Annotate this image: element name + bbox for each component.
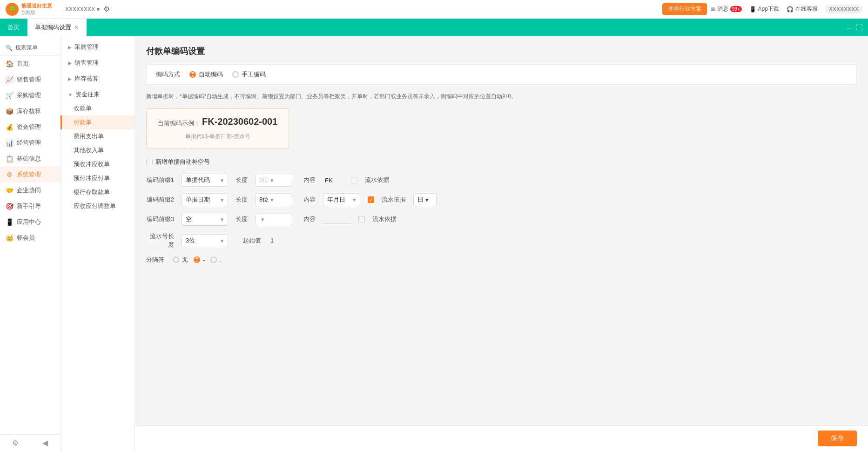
prefix-select-3[interactable]: 空 ▾: [182, 213, 228, 226]
separator-dot-radio[interactable]: [210, 256, 217, 263]
chevron-down-icon-length3: ▾: [261, 216, 264, 223]
sub-item-advance-collect[interactable]: 预收冲应收单: [61, 157, 135, 171]
separator-none-option[interactable]: 无: [173, 256, 188, 264]
cascade-label-3: 流水依据: [372, 215, 397, 223]
user-info[interactable]: XXXXXXXX: [825, 5, 862, 13]
top-header: 🍀 畅通道好生意 旗舰版 XXXXXXXX ▾ ⚙ 体验行业方案 ✉ 消息 99…: [0, 0, 868, 19]
cascade-checkbox-1[interactable]: [351, 177, 357, 183]
auto-fill-checkbox-option[interactable]: 新增单据自动补空号: [146, 158, 857, 166]
content-select-2[interactable]: 年月日 ▾: [323, 193, 360, 206]
day-select-2[interactable]: 日 ▾: [413, 193, 437, 206]
start-value-input[interactable]: [269, 236, 287, 245]
prefix-select-2[interactable]: 单据日期 ▾: [182, 193, 228, 206]
maximize-icon[interactable]: ⛶: [856, 24, 862, 31]
auto-code-option[interactable]: 自动编码: [189, 70, 223, 79]
content-label-1: 内容: [303, 176, 316, 184]
sub-item-other-income[interactable]: 其他收入单: [61, 143, 135, 157]
example-desc: 单据代码-单据日期-流水号: [158, 133, 277, 141]
sidebar: 🔍 搜索菜单 🏠 首页 📈 销售管理 🛒 采购管理 📦 库存核算 💰 资: [0, 36, 61, 451]
sidebar-item-fund[interactable]: 💰 资金管理: [0, 119, 60, 135]
start-value-label: 起始值: [243, 236, 261, 245]
minimize-icon[interactable]: —: [846, 24, 852, 31]
cascade-checkbox-3[interactable]: [358, 216, 365, 222]
settings-bottom-icon[interactable]: ⚙: [12, 438, 19, 447]
company-select[interactable]: XXXXXXXX ▾: [65, 6, 100, 13]
collapse-sidebar-icon[interactable]: ◀: [42, 438, 48, 447]
length-label-2: 长度: [236, 195, 248, 204]
sidebar-label-purchase: 采购管理: [17, 91, 41, 100]
sidebar-label-member: 畅会员: [17, 234, 35, 242]
sidebar-search[interactable]: 🔍 搜索菜单: [0, 40, 60, 56]
sub-group-purchase-header[interactable]: ▶ 采购管理: [61, 40, 135, 54]
tab-serial-setting[interactable]: 单据编码设置 ✕: [27, 19, 87, 36]
sidebar-item-home[interactable]: 🏠 首页: [0, 56, 60, 72]
online-service-action[interactable]: 🎧 在线客服: [787, 5, 818, 13]
separator-dot-option[interactable]: .: [210, 256, 222, 263]
tab-close-icon[interactable]: ✕: [74, 24, 79, 31]
setting-rows: 编码前缀1 单据代码 ▾ 长度 2位 ▾ 内容 FK 流水依据: [146, 174, 857, 226]
separator-row: 分隔符 无 - .: [146, 256, 857, 264]
sidebar-item-purchase[interactable]: 🛒 采购管理: [0, 88, 60, 103]
sidebar-item-appcenter[interactable]: 📱 应用中心: [0, 214, 60, 230]
sidebar-item-system[interactable]: ⚙ 系统管理: [0, 167, 60, 182]
system-icon: ⚙: [6, 171, 13, 178]
separator-hyphen-option[interactable]: -: [194, 256, 205, 263]
sub-item-ar-ap-adjust[interactable]: 应收应付调整单: [61, 199, 135, 213]
nav-tabs: 首页 单据编码设置 ✕ — ⛶: [0, 19, 868, 36]
manual-code-option[interactable]: 手工编码: [232, 70, 266, 79]
basics-icon: 📋: [6, 155, 13, 162]
sidebar-item-basics[interactable]: 📋 基础信息: [0, 151, 60, 167]
length-label-1: 长度: [236, 176, 248, 184]
sidebar-item-member[interactable]: 👑 畅会员: [0, 230, 60, 246]
chevron-down-icon-prefix3: ▾: [221, 216, 224, 223]
sidebar-item-operations[interactable]: 📊 经营管理: [0, 135, 60, 151]
sidebar-label-fund: 资金管理: [17, 123, 41, 131]
length-select-1[interactable]: 2位 ▾: [255, 174, 292, 187]
chevron-down-icon-prefix2: ▾: [221, 196, 224, 203]
settings-icon[interactable]: ⚙: [103, 5, 110, 13]
sub-group-sales-header[interactable]: ▶ 销售管理: [61, 56, 135, 70]
length-select-2[interactable]: 8位 ▾: [255, 193, 292, 206]
trial-button[interactable]: 体验行业方案: [662, 3, 707, 15]
nav-tab-actions: — ⛶: [846, 24, 868, 31]
sub-group-fund-header[interactable]: ▼ 资金往来: [61, 88, 135, 101]
sub-group-fund: ▼ 资金往来 收款单 付款单 费用支出单 其他收入单 预收冲应收单 预付冲应付单…: [61, 88, 135, 213]
sidebar-item-inventory[interactable]: 📦 库存核算: [0, 103, 60, 119]
content-area: 付款单编码设置 编码方式 自动编码 手工编码 新增单据时，*单据编码*自动生成，…: [135, 36, 868, 451]
newguide-icon: 🎯: [6, 202, 13, 210]
message-action[interactable]: ✉ 消息 99+: [711, 5, 742, 13]
coding-mode-label: 编码方式: [156, 70, 180, 79]
tab-home[interactable]: 首页: [0, 19, 27, 36]
sidebar-label-inventory: 库存核算: [17, 107, 41, 115]
auto-fill-checkbox[interactable]: [146, 159, 153, 165]
app-download-action[interactable]: 📱 App下载: [749, 5, 779, 13]
sub-item-expense[interactable]: 费用支出单: [61, 129, 135, 143]
sub-group-purchase: ▶ 采购管理: [61, 40, 135, 54]
sidebar-item-enterprise[interactable]: 🤝 企业协同: [0, 182, 60, 198]
chevron-down-icon-length1: ▾: [270, 177, 274, 184]
separator-none-radio[interactable]: [173, 256, 179, 263]
sidebar-item-sales[interactable]: 📈 销售管理: [0, 72, 60, 88]
save-button[interactable]: 保存: [818, 431, 857, 446]
logo-text: 畅通道好生意 旗舰版: [21, 2, 52, 16]
length-select-3[interactable]: ▾: [255, 214, 292, 225]
auto-code-radio[interactable]: [189, 71, 196, 78]
sub-item-bank-deposit[interactable]: 银行存取款单: [61, 185, 135, 199]
serial-length-select[interactable]: 3位 ▾: [182, 234, 228, 247]
manual-code-radio[interactable]: [232, 71, 239, 78]
sub-item-advance-pay[interactable]: 预付冲应付单: [61, 171, 135, 185]
cascade-checkbox-2[interactable]: ✓: [368, 196, 374, 203]
sub-item-payment[interactable]: 付款单: [61, 115, 135, 129]
content-label-3: 内容: [303, 215, 316, 223]
sidebar-item-newguide[interactable]: 🎯 新手引导: [0, 198, 60, 214]
header-middle: XXXXXXXX ▾ ⚙: [65, 5, 659, 13]
home-icon: 🏠: [6, 60, 13, 67]
sub-group-inventory-header[interactable]: ▶ 库存核算: [61, 72, 135, 86]
content-input-3[interactable]: [323, 215, 351, 224]
prefix-select-1[interactable]: 单据代码 ▾: [182, 174, 228, 187]
sidebar-search-label: 搜索菜单: [15, 44, 38, 52]
separator-hyphen-radio[interactable]: [194, 256, 200, 263]
sub-item-receipt[interactable]: 收款单: [61, 101, 135, 115]
chevron-down-icon: ▾: [97, 6, 100, 13]
phone-icon: 📱: [749, 6, 756, 13]
